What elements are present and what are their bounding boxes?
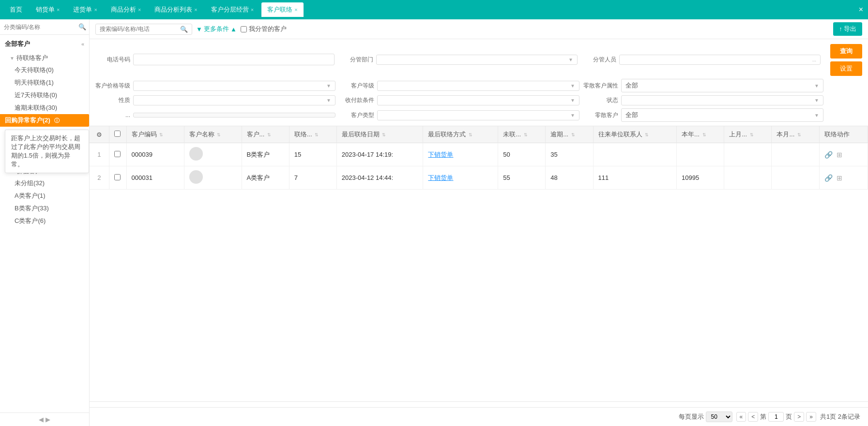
sidebar-item-7days[interactable]: 近7天待联络(0) bbox=[0, 89, 89, 102]
retail-select[interactable]: 全部 ▼ bbox=[621, 108, 823, 122]
my-customers-filter[interactable]: 我分管的客户 bbox=[241, 25, 287, 33]
phone-label: 电话号码 bbox=[95, 56, 130, 64]
close-customer-layer-icon[interactable]: × bbox=[251, 7, 254, 13]
row1-checkbox[interactable] bbox=[114, 151, 121, 157]
price-arrow-icon: ▼ bbox=[326, 83, 331, 88]
prev-page-btn[interactable]: < bbox=[748, 412, 758, 422]
col-this-year-sort-icon[interactable]: ⇅ bbox=[702, 132, 706, 137]
sidebar-item-class-c[interactable]: C类客户(6) bbox=[0, 215, 89, 227]
7days-label: 近7天待联络(0) bbox=[15, 91, 57, 100]
filter-search-icon[interactable]: 🔍 bbox=[180, 26, 188, 33]
close-goods-analysis-icon[interactable]: × bbox=[138, 7, 141, 13]
row2-link-icon[interactable]: 🔗 bbox=[824, 174, 833, 182]
sidebar-item-class-b[interactable]: B类客户(33) bbox=[0, 202, 89, 215]
first-page-btn[interactable]: « bbox=[736, 412, 746, 422]
cust-level-select[interactable]: ▼ bbox=[377, 81, 579, 91]
filter-more-label: 更多条件 bbox=[204, 25, 229, 33]
row2-last-method-link[interactable]: 下销货单 bbox=[428, 174, 453, 181]
sidebar-collapse-icon[interactable]: « bbox=[81, 41, 84, 47]
sidebar-item-class-a[interactable]: A类客户(1) bbox=[0, 190, 89, 202]
sidebar-bottom-right-icon[interactable]: ▶ bbox=[46, 416, 50, 423]
col-prev-contact-sort-icon[interactable]: ⇅ bbox=[645, 132, 649, 137]
phone-input[interactable] bbox=[133, 54, 335, 65]
nav-tab-purchase[interactable]: 进货单 × bbox=[67, 2, 103, 17]
nav-home-tab[interactable]: 首页 bbox=[4, 2, 28, 17]
col-settings[interactable]: ⚙ bbox=[90, 126, 109, 143]
status-label: 状态 bbox=[583, 96, 618, 104]
close-sales-icon[interactable]: × bbox=[57, 7, 60, 13]
sidebar-bottom-left-icon[interactable]: ◀ bbox=[39, 416, 44, 423]
sidebar-item-ungrouped[interactable]: 未分组(32) bbox=[0, 177, 89, 190]
price-label: 客户价格等级 bbox=[95, 82, 130, 90]
close-customer-contact-icon[interactable]: × bbox=[294, 7, 297, 13]
row2-prev-contact: 111 bbox=[593, 166, 677, 190]
filter-more-btn[interactable]: ▼ 更多条件 ▲ bbox=[196, 25, 237, 33]
today-label: 今天待联络(0) bbox=[15, 66, 54, 74]
sidebar-item-abnormal[interactable]: 回购异常客户(2) ⓘ bbox=[0, 114, 89, 127]
row1-link-icon[interactable]: 🔗 bbox=[824, 151, 833, 159]
col-check[interactable] bbox=[109, 126, 126, 143]
export-button[interactable]: ↑ 导出 bbox=[833, 22, 862, 36]
col-code-sort-icon[interactable]: ⇅ bbox=[159, 132, 163, 137]
settings-icon[interactable]: ⚙ bbox=[96, 131, 102, 138]
row2-grid-icon[interactable]: ⊞ bbox=[837, 174, 842, 182]
nav-tab-customer-layer[interactable]: 客户分层经营 × bbox=[205, 2, 259, 17]
status-select[interactable]: ▼ bbox=[621, 95, 823, 105]
col-contact-sort-icon[interactable]: ⇅ bbox=[315, 132, 319, 137]
close-purchase-icon[interactable]: × bbox=[94, 7, 97, 13]
hscroll-inner bbox=[90, 402, 868, 402]
query-button[interactable]: 查询 bbox=[830, 44, 862, 59]
gender-select[interactable]: ▼ bbox=[133, 95, 335, 105]
row1-prev-contact bbox=[593, 143, 677, 166]
my-customers-checkbox[interactable] bbox=[241, 26, 247, 32]
last-page-btn[interactable]: » bbox=[806, 412, 816, 422]
sidebar-item-tomorrow[interactable]: 明天待联络(1) bbox=[0, 76, 89, 89]
sidebar-all-customers[interactable]: 全部客户 « bbox=[0, 37, 89, 51]
filter-search-input[interactable] bbox=[100, 26, 180, 32]
close-goods-list-icon[interactable]: × bbox=[194, 7, 197, 13]
per-page-select[interactable]: 50 10 20 100 bbox=[706, 411, 732, 422]
payment-select[interactable]: ▼ bbox=[377, 95, 579, 105]
row2-check[interactable] bbox=[109, 166, 126, 190]
next-page-btn[interactable]: > bbox=[794, 412, 804, 422]
filter-bar-right: ↑ 导出 bbox=[833, 22, 862, 36]
col-last-method-sort-icon[interactable]: ⇅ bbox=[469, 132, 472, 137]
col-this-month-sort-icon[interactable]: ⇅ bbox=[797, 132, 801, 137]
dept-select[interactable]: ▼ bbox=[376, 55, 578, 65]
row1-name bbox=[184, 143, 242, 166]
col-last-date-sort-icon[interactable]: ⇅ bbox=[382, 132, 386, 137]
sidebar-item-today[interactable]: 今天待联络(0) bbox=[0, 64, 89, 76]
person-select[interactable]: ... bbox=[619, 55, 821, 65]
abnormal-info-icon[interactable]: ⓘ bbox=[54, 117, 60, 124]
row1-last-method-link[interactable]: 下销货单 bbox=[428, 151, 453, 158]
page-input[interactable] bbox=[768, 412, 784, 422]
nav-tab-goods-list[interactable]: 商品分析列表 × bbox=[149, 2, 203, 17]
sidebar-search-input[interactable] bbox=[4, 24, 76, 30]
check-all-checkbox[interactable] bbox=[114, 131, 121, 137]
settings-button[interactable]: 设置 bbox=[830, 61, 862, 76]
nav-tab-sales[interactable]: 销货单 × bbox=[30, 2, 65, 17]
sidebar-item-overdue[interactable]: 逾期未联络(30) bbox=[0, 102, 89, 114]
nav-tab-customer-contact[interactable]: 客户联络 × bbox=[261, 2, 303, 17]
more-select[interactable] bbox=[133, 113, 335, 118]
col-last-date: 最后联络日期 ⇅ bbox=[336, 126, 423, 143]
row2-checkbox[interactable] bbox=[114, 174, 121, 180]
col-name-sort-icon[interactable]: ⇅ bbox=[217, 132, 221, 137]
sidebar-group-pending[interactable]: ▼ 待联络客户 bbox=[0, 51, 89, 64]
col-overdue-sort-icon[interactable]: ⇅ bbox=[571, 132, 575, 137]
row1-overdue: 35 bbox=[546, 143, 593, 166]
col-last-month-sort-icon[interactable]: ⇅ bbox=[750, 132, 754, 137]
cust-type-select[interactable]: ▼ bbox=[377, 110, 579, 120]
close-all-icon[interactable]: × bbox=[859, 5, 863, 14]
row2-this-year: 10995 bbox=[677, 166, 724, 190]
row1-grid-icon[interactable]: ⊞ bbox=[837, 151, 842, 159]
row1-check[interactable] bbox=[109, 143, 126, 166]
retail-attr-select[interactable]: 全部 ▼ bbox=[621, 79, 823, 92]
adv-filter-row-2: 客户价格等级 ▼ 客户等级 ▼ 零散客户属性 全部 bbox=[95, 79, 862, 92]
price-select[interactable]: ▼ bbox=[133, 81, 335, 91]
nav-tab-goods-analysis[interactable]: 商品分析 × bbox=[105, 2, 147, 17]
horizontal-scrollbar[interactable] bbox=[90, 401, 868, 407]
col-cust-type-sort-icon[interactable]: ⇅ bbox=[267, 132, 271, 137]
col-not-contact-sort-icon[interactable]: ⇅ bbox=[524, 132, 528, 137]
row2-no: 2 bbox=[90, 166, 109, 190]
